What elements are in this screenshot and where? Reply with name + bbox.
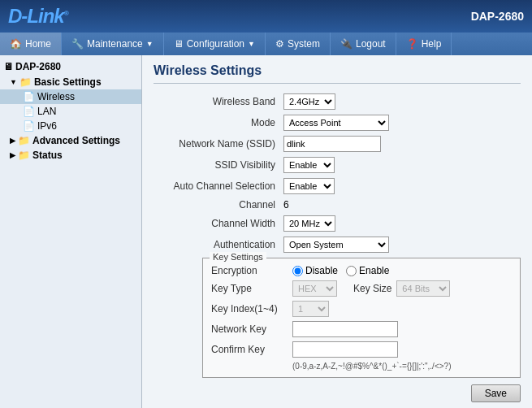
- confirm-key-label: Confirm Key: [211, 344, 292, 355]
- sidebar-advanced-settings[interactable]: ▶ 📁 Advanced Settings: [0, 133, 141, 148]
- encryption-enable-option[interactable]: Enable: [346, 265, 389, 276]
- ssid-control: [283, 136, 381, 152]
- sidebar-basic-settings[interactable]: ▼ 📁 Basic Settings: [0, 75, 141, 89]
- auth-select[interactable]: Open System WPA-Personal WPA-Enterprise …: [283, 237, 389, 253]
- nav-system[interactable]: ⚙ System: [266, 33, 331, 55]
- folder-status-icon: 📁: [18, 150, 30, 161]
- channel-label: Channel: [154, 199, 283, 211]
- key-index-select[interactable]: 1 2 3 4: [292, 301, 329, 317]
- expand-icon-2: ▶: [10, 137, 15, 145]
- key-index-row: Key Index(1~4) 1 2 3 4: [211, 301, 512, 317]
- key-size-select[interactable]: 64 Bits 128 Bits: [396, 280, 450, 297]
- key-hint: (0-9,a-z,A-Z,~!@#$%^&*()_+`-={}[]|;':",.…: [211, 362, 512, 371]
- nav-configuration[interactable]: 🖥 Configuration ▼: [164, 33, 266, 55]
- page-icon-ipv6: 📄: [23, 120, 35, 132]
- help-icon: ❓: [406, 38, 418, 50]
- sidebar-basic-label: Basic Settings: [34, 76, 102, 88]
- ssid-visibility-control: Enable Disable: [283, 157, 335, 173]
- auto-channel-label: Auto Channel Selection: [154, 180, 283, 192]
- nav-maintenance-label: Maintenance: [87, 38, 143, 50]
- key-size-label: Key Size: [353, 283, 391, 294]
- nav-help[interactable]: ❓ Help: [396, 33, 452, 55]
- ssid-input[interactable]: [283, 136, 381, 152]
- key-type-select[interactable]: HEX ASCII: [292, 280, 337, 297]
- logo-text: D-Link®: [8, 5, 68, 28]
- key-settings-title: Key Settings: [210, 252, 266, 262]
- page-icon-lan: 📄: [23, 106, 35, 117]
- channel-row: Channel 6: [154, 199, 521, 211]
- key-type-row: Key Type HEX ASCII Key Size 64 Bits 128 …: [211, 280, 512, 297]
- sidebar-item-lan[interactable]: 📄 LAN: [0, 104, 141, 119]
- sidebar-root[interactable]: 🖥 DAP-2680: [0, 59, 141, 75]
- mode-select[interactable]: Access Point WDS WDS with AP: [283, 115, 389, 131]
- auto-channel-control: Enable Disable: [283, 178, 335, 194]
- sidebar-advanced-label: Advanced Settings: [32, 135, 120, 146]
- auth-control: Open System WPA-Personal WPA-Enterprise …: [283, 237, 389, 253]
- sidebar-item-ipv6[interactable]: 📄 IPv6: [0, 119, 141, 133]
- encryption-disable-option[interactable]: Disable: [292, 265, 338, 276]
- folder-icon: 🖥: [3, 61, 13, 72]
- content-area: Wireless Settings Wireless Band 2.4GHz 5…: [142, 55, 532, 408]
- nav-logout-label: Logout: [356, 38, 386, 50]
- wireless-band-select[interactable]: 2.4GHz 5GHz: [283, 93, 335, 110]
- chevron-down-icon-2: ▼: [248, 40, 255, 48]
- wireless-band-control: 2.4GHz 5GHz: [283, 93, 335, 110]
- channel-value: 6: [283, 199, 289, 211]
- nav-system-label: System: [288, 38, 320, 50]
- logo: D-Link®: [8, 5, 68, 28]
- logout-icon: 🔌: [340, 38, 353, 50]
- nav-help-label: Help: [422, 38, 442, 50]
- header: D-Link® DAP-2680: [0, 0, 532, 33]
- auto-channel-select[interactable]: Enable Disable: [283, 178, 335, 194]
- channel-width-row: Channel Width 20 MHz 40 MHz Auto: [154, 215, 521, 232]
- auto-channel-row: Auto Channel Selection Enable Disable: [154, 178, 521, 194]
- key-index-label: Key Index(1~4): [211, 303, 292, 315]
- channel-width-control: 20 MHz 40 MHz Auto: [283, 215, 335, 232]
- home-icon: 🏠: [10, 38, 22, 50]
- wireless-band-row: Wireless Band 2.4GHz 5GHz: [154, 93, 521, 110]
- key-type-label: Key Type: [211, 283, 292, 294]
- folder-basic-icon: 📁: [19, 76, 32, 88]
- encryption-radio-group: Disable Enable: [292, 265, 389, 276]
- folder-advanced-icon: 📁: [18, 135, 30, 146]
- nav-logout[interactable]: 🔌 Logout: [331, 33, 396, 55]
- auth-label: Authentication: [154, 239, 283, 250]
- confirm-key-input[interactable]: [292, 341, 398, 358]
- main-layout: 🖥 DAP-2680 ▼ 📁 Basic Settings 📄 Wireless…: [0, 55, 532, 408]
- auth-row: Authentication Open System WPA-Personal …: [154, 237, 521, 253]
- expand-icon: ▼: [10, 78, 17, 86]
- navbar: 🏠 Home 🔧 Maintenance ▼ 🖥 Configuration ▼…: [0, 33, 532, 55]
- sidebar-item-wireless[interactable]: 📄 Wireless: [0, 89, 141, 104]
- configuration-icon: 🖥: [174, 38, 184, 50]
- trademark: ®: [64, 10, 68, 17]
- wireless-band-label: Wireless Band: [154, 96, 283, 107]
- encryption-row: Encryption Disable Enable: [211, 265, 512, 276]
- network-key-input[interactable]: [292, 321, 398, 337]
- ssid-visibility-select[interactable]: Enable Disable: [283, 157, 335, 173]
- sidebar-status[interactable]: ▶ 📁 Status: [0, 148, 141, 163]
- nav-home[interactable]: 🏠 Home: [0, 33, 62, 55]
- sidebar: 🖥 DAP-2680 ▼ 📁 Basic Settings 📄 Wireless…: [0, 55, 142, 408]
- nav-maintenance[interactable]: 🔧 Maintenance ▼: [62, 33, 164, 55]
- confirm-key-row: Confirm Key: [211, 341, 512, 358]
- mode-control: Access Point WDS WDS with AP: [283, 115, 389, 131]
- key-settings-box: Key Settings Encryption Disable Enable: [202, 258, 521, 378]
- sidebar-root-label: DAP-2680: [15, 61, 61, 72]
- channel-width-select[interactable]: 20 MHz 40 MHz Auto: [283, 215, 335, 232]
- encryption-disable-radio[interactable]: [292, 266, 303, 276]
- mode-label: Mode: [154, 117, 283, 128]
- save-bar: Save: [154, 384, 521, 402]
- ssid-row: Network Name (SSID): [154, 136, 521, 152]
- system-icon: ⚙: [275, 38, 284, 50]
- maintenance-icon: 🔧: [71, 38, 84, 50]
- nav-configuration-label: Configuration: [187, 38, 244, 50]
- sidebar-wireless-label: Wireless: [37, 91, 75, 102]
- save-button[interactable]: Save: [471, 384, 521, 402]
- network-key-row: Network Key: [211, 321, 512, 337]
- sidebar-ipv6-label: IPv6: [37, 120, 57, 132]
- encryption-enable-radio[interactable]: [346, 266, 357, 276]
- sidebar-status-label: Status: [32, 150, 63, 161]
- network-key-label: Network Key: [211, 323, 292, 335]
- ssid-visibility-label: SSID Visibility: [154, 159, 283, 171]
- page-icon-wireless: 📄: [23, 91, 35, 102]
